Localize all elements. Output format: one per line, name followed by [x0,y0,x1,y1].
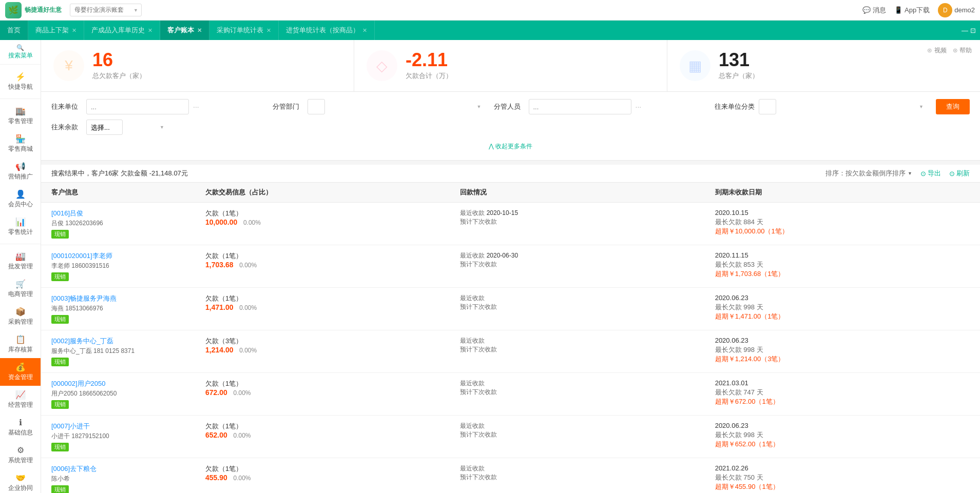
tab-products-close[interactable]: ✕ [72,27,76,34]
collapse-filters-btn[interactable]: ⋀ 收起更多条件 [51,140,970,153]
collapse-icon: ⋀ [489,143,494,150]
tab-goods-stats[interactable]: 进货单统计表（按商品） ✕ [279,21,375,40]
filter-select-department[interactable] [308,99,325,114]
customer-name-4[interactable]: [000002]用户2050 [51,379,205,388]
tab-home-label: 首页 [7,26,21,35]
filter-input-person[interactable] [529,99,631,114]
tab-products[interactable]: 商品上下架 ✕ [28,21,84,40]
filter-person-expand[interactable]: ··· [636,103,642,111]
sort-selector[interactable]: 排序：按欠款金额倒序排序 ▼ [825,169,912,178]
tab-goods-stats-label: 进货单统计表（按商品） [286,26,359,35]
customer-tag-5: 现销 [51,443,69,451]
stat-value-customer: 131 [719,51,759,69]
customer-name-5[interactable]: [0007]小进干 [51,422,205,431]
stats-icon: 📊 [15,217,26,227]
sidebar-item-quicknav[interactable]: ⚡ 快捷导航 [0,68,41,95]
ecommerce-icon: 🛒 [15,279,26,289]
customer-contact-1: 李老师 18600391516 [51,262,205,270]
tab-goods-stats-close[interactable]: ✕ [362,27,367,34]
window-maximize-icon[interactable]: ⊡ [970,27,976,34]
debt-amount-row-0: 10,000.00 0.00% [205,218,460,226]
demo-selector[interactable]: 母婴行业演示账套 ▼ [70,4,142,16]
app-download-btn[interactable]: 📱 App下载 [894,6,930,15]
refresh-btn[interactable]: ⊙ 刷新 [949,169,970,178]
filter-select-wrap-balance: 选择... [86,120,168,135]
customer-name-2[interactable]: [0003]畅捷服务尹海燕 [51,294,205,303]
sidebar-item-system[interactable]: ⚙ 系统管理 [0,441,41,469]
col-header-debt: 欠款交易信息（占比） [205,188,460,197]
customer-name-3[interactable]: [0002]服务中心_丁磊 [51,337,205,346]
stat-label-customer: 总客户（家） [719,71,759,81]
filter-input-customer[interactable] [86,99,189,114]
sidebar-item-members[interactable]: 👤 会员中心 [0,185,41,213]
overdue-amount-0[interactable]: 超期￥10,000.00（1笔） [715,227,970,236]
filter-item-customer: 往来单位 ··· [51,99,264,114]
customer-name-0[interactable]: [0016]吕俊 [51,209,205,218]
filter-select-category[interactable] [759,99,776,114]
tab-customer-account-close[interactable]: ✕ [197,27,202,34]
due-info-2: 2020.06.23 最长欠款 998 天 超期￥1,471.00（1笔） [715,294,970,321]
tab-customer-account[interactable]: 客户账本 ✕ [160,21,209,40]
collection-label-0: 最近收款 2020-10-15 [460,209,715,218]
debt-amount-1: 1,703.68 [205,261,234,269]
tab-purchase-order[interactable]: 采购订单统计表 ✕ [209,21,279,40]
tab-home[interactable]: 首页 [0,21,28,40]
customer-tag-3: 现销 [51,358,69,366]
lightning-icon: ⚡ [15,72,26,82]
customer-info-0: [0016]吕俊 吕俊 13026203696 现销 [51,209,205,239]
phone-icon: 📱 [894,6,902,14]
filter-label-customer: 往来单位 [51,102,82,111]
sidebar-section-wholesale: 🏭 批发管理 🛒 电商管理 📦 采购管理 📋 库存核算 💰 资金管理 📈 [0,244,41,493]
tab-actions: — ⊡ [962,27,980,34]
tab-purchase-order-close[interactable]: ✕ [266,27,271,34]
sidebar-item-finance[interactable]: 💰 资金管理 [0,358,41,386]
stat-info-customer: 131 总客户（家） [719,51,759,81]
collection-info-1: 最近收款 2020-06-30 预计下次收款 [460,251,715,269]
window-minimize-icon[interactable]: — [962,27,968,34]
export-btn[interactable]: ⊙ 导出 [920,169,941,178]
customer-name-6[interactable]: [0006]去下粮仓 [51,464,205,474]
sidebar-item-wholesale-mgmt[interactable]: 🏭 批发管理 [0,247,41,275]
sidebar-search[interactable]: 🔍 搜索菜单 [0,40,41,65]
filter-item-department: 分管部门 [273,99,486,114]
tab-storage[interactable]: 产成品入库单历史 ✕ [84,21,160,40]
sidebar-item-enterprise[interactable]: 🤝 企业协同 [0,469,41,493]
sidebar-item-inventory[interactable]: 📋 库存核算 [0,330,41,358]
customer-info-6: [0006]去下粮仓 陈小希 现销 [51,464,205,493]
filter-customer-expand[interactable]: ··· [193,103,199,111]
filter-item-category: 往来单位分类 [715,99,928,114]
debt-info-2: 欠款（1笔） 1,471.00 0.00% [205,294,460,311]
main-content: ¥ 16 总欠款客户（家） ◇ -2.11 欠款合计（万） ▦ 131 总客户（… [41,40,980,493]
debt-count-1: 欠款（1笔） [205,251,460,261]
search-button[interactable]: 查询 [936,99,970,114]
results-info: 搜索结果中，客户16家 欠款金额 -21,148.07元 [51,169,188,178]
sidebar-item-ecommerce[interactable]: 🛒 电商管理 [0,275,41,303]
message-btn[interactable]: 💬 消息 [862,6,886,15]
customer-tag-4: 现销 [51,400,69,409]
customer-tag-2: 现销 [51,315,69,324]
sidebar-item-retail-mall[interactable]: 🏪 零售商城 [0,130,41,157]
sidebar-item-purchase[interactable]: 📦 采购管理 [0,303,41,330]
customer-name-1[interactable]: [0001020001]李老师 [51,251,205,261]
sidebar-item-retail-mgmt[interactable]: 🏬 零售管理 [0,102,41,130]
collection-info-4: 最近收款 预计下次收款 [460,379,715,397]
sidebar-item-retail-stats[interactable]: 📊 零售统计 [0,213,41,241]
debt-amount-0: 10,000.00 [205,218,237,226]
table-row: [0003]畅捷服务尹海燕 海燕 18513066976 现销 欠款（1笔） 1… [41,288,980,330]
video-help-btn[interactable]: ⊙ 视频 [927,46,946,55]
sidebar-item-marketing[interactable]: 📢 营销推广 [0,157,41,185]
tab-storage-close[interactable]: ✕ [148,27,152,34]
sidebar-item-operations[interactable]: 📈 经营管理 [0,386,41,413]
stat-card-debtor-count: ¥ 16 总欠款客户（家） [41,40,354,91]
table-container: 客户信息 欠款交易信息（占比） 回款情况 到期未收款日期 [0016]吕俊 吕俊… [41,183,980,493]
purchase-icon: 📦 [15,307,26,317]
debt-info-3: 欠款（3笔） 1,214.00 0.00% [205,337,460,354]
sidebar-item-basic-info[interactable]: ℹ 基础信息 [0,413,41,441]
table-row: [0002]服务中心_丁磊 服务中心_丁磊 181 0125 8371 现销 欠… [41,330,980,373]
filter-select-balance[interactable]: 选择... [86,120,123,135]
refresh-icon: ⊙ [949,170,955,178]
stat-info-debtor: 16 总欠款客户（家） [92,51,146,81]
filter-label-person: 分管人员 [494,102,525,111]
user-menu[interactable]: D demo2 [938,3,975,17]
help-btn[interactable]: ⊙ 帮助 [953,46,972,55]
